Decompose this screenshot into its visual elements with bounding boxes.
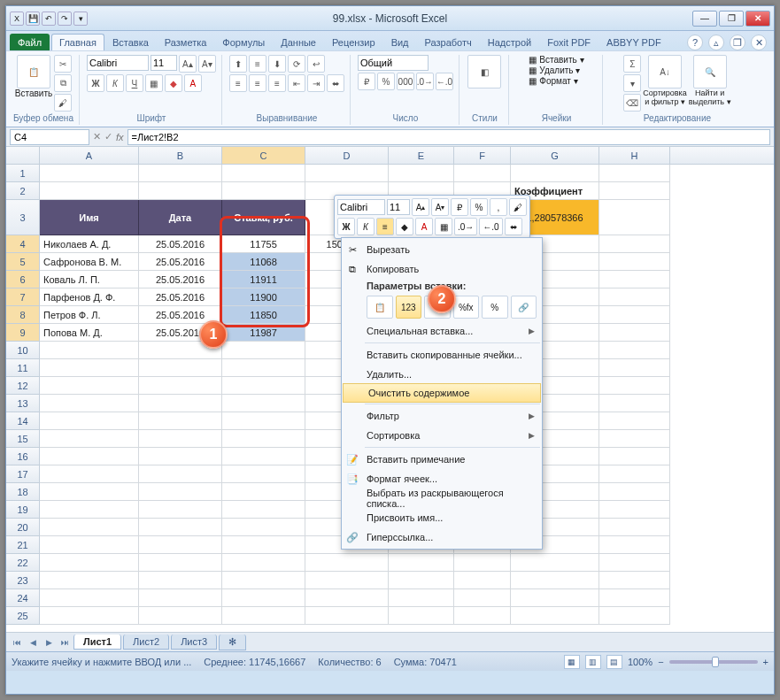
row-header[interactable]: 3 xyxy=(6,200,40,235)
currency-icon[interactable]: ₽ xyxy=(358,73,375,90)
mini-fill-color-icon[interactable]: ◆ xyxy=(396,218,413,235)
col-header-e[interactable]: E xyxy=(389,147,454,164)
tab-insert[interactable]: Вставка xyxy=(104,34,157,50)
font-name-select[interactable] xyxy=(87,55,149,71)
col-header-g[interactable]: G xyxy=(511,147,599,164)
row-header[interactable]: 24 xyxy=(6,589,40,607)
ctx-cut[interactable]: ✂Вырезать xyxy=(342,240,542,259)
cell-rate[interactable]: 11987 xyxy=(222,324,305,342)
comma-icon[interactable]: 000 xyxy=(397,73,414,90)
sheet-tab-2[interactable]: Лист2 xyxy=(123,635,169,650)
row-header[interactable]: 11 xyxy=(6,359,40,377)
underline-icon[interactable]: Ч xyxy=(126,74,143,92)
row-header[interactable]: 23 xyxy=(6,572,40,589)
mini-percent-icon[interactable]: % xyxy=(470,198,488,216)
align-top-icon[interactable]: ⬆ xyxy=(229,55,247,73)
row-header[interactable]: 18 xyxy=(6,483,40,501)
row-header[interactable]: 16 xyxy=(6,448,40,465)
cell-name[interactable]: Сафронова В. М. xyxy=(40,253,139,271)
cell-name[interactable]: Николаев А. Д. xyxy=(40,235,139,253)
insert-cells-icon[interactable]: ▦ xyxy=(529,55,537,65)
row-header[interactable]: 21 xyxy=(6,536,40,554)
row-header[interactable]: 13 xyxy=(6,395,40,412)
fill-icon[interactable]: ▾ xyxy=(623,74,641,92)
zoom-out-button[interactable]: − xyxy=(658,657,663,667)
zoom-slider[interactable] xyxy=(669,660,758,664)
ctx-insert-comment[interactable]: 📝Вставить примечание xyxy=(342,450,542,469)
format-cells-button[interactable]: Формат ▾ xyxy=(539,76,577,86)
tab-layout[interactable]: Разметка xyxy=(157,34,215,50)
cell-rate[interactable]: 11911 xyxy=(222,271,305,288)
row-header[interactable]: 7 xyxy=(6,288,40,306)
cell-date[interactable]: 25.05.2016 xyxy=(139,253,222,271)
mini-format-painter-icon[interactable]: 🖌 xyxy=(509,198,527,216)
cell-date[interactable]: 25.05.2016 xyxy=(139,235,222,253)
number-format-select[interactable] xyxy=(358,55,429,71)
formula-input[interactable] xyxy=(127,129,770,145)
cell-date[interactable]: 25.05.2016 xyxy=(139,288,222,306)
cell-date[interactable]: 25.05.2016 xyxy=(139,271,222,288)
tab-nav-prev[interactable]: ◀ xyxy=(26,635,40,650)
tab-nav-next[interactable]: ▶ xyxy=(42,635,56,650)
cut-icon[interactable]: ✂ xyxy=(54,55,72,73)
tab-file[interactable]: Файл xyxy=(10,34,50,50)
tab-review[interactable]: Рецензир xyxy=(324,34,383,50)
view-page-layout-icon[interactable]: ▥ xyxy=(585,655,601,669)
decrease-decimal-icon[interactable]: ←.0 xyxy=(436,73,453,90)
tab-formulas[interactable]: Формулы xyxy=(214,34,273,50)
decrease-indent-icon[interactable]: ⇤ xyxy=(288,74,305,92)
increase-indent-icon[interactable]: ⇥ xyxy=(307,74,325,92)
cell-name[interactable]: Парфенов Д. Ф. xyxy=(40,288,139,306)
ctx-define-name[interactable]: Присвоить имя... xyxy=(342,508,542,527)
align-left-icon[interactable]: ≡ xyxy=(229,74,247,92)
zoom-in-button[interactable]: + xyxy=(763,657,768,667)
row-header[interactable]: 19 xyxy=(6,501,40,519)
cell-rate[interactable]: 11068 xyxy=(222,253,305,271)
sheet-tab-3[interactable]: Лист3 xyxy=(171,635,217,650)
ctx-clear-contents[interactable]: Очистить содержимое xyxy=(343,383,541,403)
paste-opt-all[interactable]: 📋 xyxy=(367,296,393,319)
bold-icon[interactable]: Ж xyxy=(87,74,104,92)
format-painter-icon[interactable]: 🖌 xyxy=(54,94,72,112)
ctx-delete[interactable]: Удалить... xyxy=(342,365,542,384)
view-page-break-icon[interactable]: ▤ xyxy=(606,655,622,669)
col-header-b[interactable]: B xyxy=(139,147,222,164)
name-box[interactable] xyxy=(10,129,89,145)
cell-rate[interactable]: 11755 xyxy=(222,235,305,253)
fx-icon[interactable]: fx xyxy=(116,132,124,142)
orientation-icon[interactable]: ⟳ xyxy=(288,55,305,73)
mini-dec-decimal-icon[interactable]: ←.0 xyxy=(479,218,502,235)
maximize-button[interactable]: ❐ xyxy=(719,11,744,27)
row-header[interactable]: 5 xyxy=(6,253,40,271)
cell-name[interactable]: Попова М. Д. xyxy=(40,324,139,342)
row-header[interactable]: 15 xyxy=(6,430,40,448)
format-cells-icon[interactable]: ▦ xyxy=(529,76,537,86)
tab-foxit[interactable]: Foxit PDF xyxy=(539,34,599,50)
col-header-c[interactable]: C xyxy=(222,147,305,164)
row-header[interactable]: 20 xyxy=(6,519,40,536)
ctx-sort[interactable]: Сортировка▶ xyxy=(342,426,542,445)
row-header[interactable]: 2 xyxy=(6,182,40,200)
increase-font-icon[interactable]: A▴ xyxy=(179,55,197,73)
increase-decimal-icon[interactable]: .0→ xyxy=(416,73,434,90)
percent-icon[interactable]: % xyxy=(377,73,395,90)
ctx-paste-special[interactable]: Специальная вставка...▶ xyxy=(342,321,542,341)
delete-cells-icon[interactable]: ▦ xyxy=(529,65,537,75)
tab-view[interactable]: Вид xyxy=(383,34,417,50)
find-select-icon[interactable]: 🔍 xyxy=(693,55,727,88)
tab-home[interactable]: Главная xyxy=(51,34,104,50)
ctx-hyperlink[interactable]: 🔗Гиперссылка... xyxy=(342,527,542,547)
insert-cells-button[interactable]: Вставить ▾ xyxy=(539,55,583,65)
cell-rate[interactable]: 11900 xyxy=(222,288,305,306)
cell-name[interactable]: Петров Ф. Л. xyxy=(40,306,139,324)
ctx-insert-cells[interactable]: Вставить скопированные ячейки... xyxy=(342,345,542,365)
mini-currency-icon[interactable]: ₽ xyxy=(451,198,468,216)
header-rate[interactable]: Ставка, руб. xyxy=(222,200,305,235)
view-normal-icon[interactable]: ▦ xyxy=(564,655,580,669)
ctx-format-cells[interactable]: 📑Формат ячеек... xyxy=(342,469,542,488)
mini-increase-font-icon[interactable]: A▴ xyxy=(412,198,429,216)
row-header[interactable]: 4 xyxy=(6,235,40,253)
tab-addins[interactable]: Надстрой xyxy=(480,34,539,50)
col-header-h[interactable]: H xyxy=(599,147,670,164)
mini-font-select[interactable] xyxy=(337,199,385,215)
